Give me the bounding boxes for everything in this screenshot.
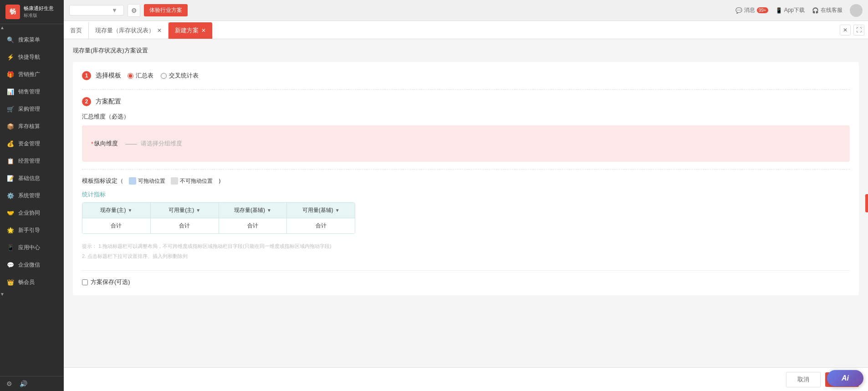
- tab-new-scheme-close[interactable]: ✕: [201, 27, 206, 34]
- sound-icon[interactable]: 🔊: [20, 380, 27, 387]
- sidebar-scroll-up[interactable]: ▲: [0, 24, 64, 31]
- online-service-label: 在线客服: [821, 6, 842, 14]
- sidebar-item-marketing[interactable]: 🎁 营销推广: [0, 66, 64, 83]
- save-checkbox[interactable]: [82, 279, 88, 285]
- sidebar-item-app-center[interactable]: 📱 应用中心: [0, 239, 64, 256]
- tabbar: 首页 现存量（库存状况表） ✕ 新建方案 ✕ ✕ ⛶: [64, 21, 868, 39]
- tab-inventory-status-close[interactable]: ✕: [157, 27, 162, 34]
- sidebar-item-basic-info[interactable]: 📝 基础信息: [0, 170, 64, 187]
- ai-float-button[interactable]: Ai: [827, 370, 863, 386]
- dimension-label: 汇总维度（必选）: [82, 113, 850, 121]
- sidebar-label-purchase: 采购管理: [18, 105, 40, 113]
- sidebar-item-quick-nav[interactable]: ⚡ 快捷导航: [0, 48, 64, 66]
- operations-icon: 📋: [6, 157, 15, 165]
- messages-item[interactable]: 💬 消息 99+: [735, 6, 768, 14]
- sidebar-item-search-menu[interactable]: 🔍 搜索菜单: [0, 31, 64, 48]
- app-download-icon: 📱: [776, 7, 782, 14]
- radio-cross-input[interactable]: [161, 73, 167, 79]
- step-divider: [82, 89, 850, 90]
- radio-cross[interactable]: 交叉统计表: [161, 72, 199, 80]
- step2-header: 2 方案配置: [82, 97, 850, 106]
- col-chevron-1: ▼: [196, 208, 200, 213]
- sidebar-item-sales[interactable]: 📊 销售管理: [0, 83, 64, 100]
- stats-table: 现存量(主) ▼ 可用量(主) ▼ 现存量(基辅) ▼: [82, 202, 355, 234]
- sidebar-label-app-center: 应用中心: [18, 244, 40, 252]
- sidebar-item-member[interactable]: 👑 畅会员: [0, 273, 64, 291]
- col-chevron-2: ▼: [267, 208, 271, 213]
- trial-button[interactable]: 体验行业方案: [144, 4, 188, 16]
- sidebar-item-finance[interactable]: 💰 资金管理: [0, 135, 64, 152]
- search-menu-icon: 🔍: [6, 36, 15, 44]
- stats-col-3[interactable]: 可用量(基辅) ▼: [287, 203, 355, 218]
- stats-table-body: 合计 合计 合计 合计: [82, 218, 355, 233]
- messages-label: 消息: [744, 6, 755, 14]
- indicator-suffix: ）: [218, 177, 224, 185]
- sidebar-label-wechat: 企业微信: [18, 261, 40, 269]
- tab-expand-btn[interactable]: ⛶: [853, 25, 864, 36]
- template-radio-group: 汇总表 交叉统计表: [128, 72, 199, 80]
- app-download-label: App下载: [784, 6, 805, 14]
- search-input[interactable]: [73, 7, 110, 14]
- radio-summary-input[interactable]: [128, 73, 133, 79]
- radio-summary-label: 汇总表: [136, 72, 153, 80]
- tab-new-scheme[interactable]: 新建方案 ✕: [168, 22, 213, 39]
- dimension-placeholder: 请选择分组维度: [141, 139, 182, 148]
- step2-section: 2 方案配置 汇总维度（必选） * 纵向维度 —— 请选择分组维度: [82, 97, 850, 261]
- settings-gear-icon[interactable]: ⚙: [128, 4, 140, 17]
- purchase-icon: 🛒: [6, 105, 15, 113]
- tab-close-btn[interactable]: ✕: [840, 25, 851, 36]
- tab-home[interactable]: 首页: [64, 22, 89, 39]
- step1-title: 选择模板: [96, 72, 121, 80]
- search-dropdown-icon[interactable]: ▼: [112, 7, 117, 14]
- step1-header: 1 选择模板 汇总表 交叉统计表: [82, 71, 850, 80]
- app-download-item[interactable]: 📱 App下载: [776, 6, 805, 14]
- messages-icon: 💬: [735, 7, 742, 14]
- sidebar: 畅 畅康通好生意 标准版 ▲ 🔍 搜索菜单 ⚡ 快捷导航 🎁 营销推广 📊 销售…: [0, 0, 64, 391]
- sidebar-label-sales: 销售管理: [18, 88, 40, 96]
- dimension-box[interactable]: * 纵向维度 —— 请选择分组维度: [82, 125, 850, 162]
- user-avatar[interactable]: [850, 4, 863, 17]
- stats-cell-0-0: 合计: [82, 218, 151, 233]
- template-indicator-row: 模板指标设定（ 可拖动位置 不可拖动位置 ）: [82, 177, 850, 185]
- sidebar-bottom: ⚙ 🔊: [0, 376, 64, 391]
- topbar-right: 💬 消息 99+ 📱 App下载 🎧 在线客服: [735, 4, 863, 17]
- sidebar-label-basic-info: 基础信息: [18, 175, 40, 182]
- sidebar-item-system[interactable]: ⚙️ 系统管理: [0, 187, 64, 204]
- online-service-item[interactable]: 🎧 在线客服: [812, 6, 842, 14]
- sidebar-item-operations[interactable]: 📋 经营管理: [0, 152, 64, 170]
- sidebar-label-search-menu: 搜索菜单: [18, 36, 40, 44]
- dimension-divider: [82, 169, 850, 170]
- settings-icon[interactable]: ⚙: [6, 380, 12, 387]
- newbie-icon: 🌟: [6, 226, 15, 234]
- tab-inventory-status[interactable]: 现存量（库存状况表） ✕: [89, 22, 168, 39]
- member-icon: 👑: [6, 278, 15, 286]
- cancel-button[interactable]: 取消: [786, 372, 821, 387]
- stats-col-0[interactable]: 现存量(主) ▼: [82, 203, 151, 218]
- sidebar-item-purchase[interactable]: 🛒 采购管理: [0, 100, 64, 118]
- sidebar-item-wechat[interactable]: 💬 企业微信: [0, 256, 64, 273]
- tab-inventory-status-label: 现存量（库存状况表）: [95, 26, 154, 35]
- content-area: 现存量(库存状况表)方案设置 1 选择模板 汇总表 交叉统计表: [64, 39, 868, 367]
- sidebar-item-newbie[interactable]: 🌟 新手引导: [0, 221, 64, 239]
- stats-col-2[interactable]: 现存量(基辅) ▼: [219, 203, 287, 218]
- scheme-container: 1 选择模板 汇总表 交叉统计表: [73, 62, 859, 295]
- save-label[interactable]: 方案保存(可选): [91, 278, 130, 286]
- draggable-label: 可拖动位置: [138, 177, 165, 185]
- sidebar-item-enterprise[interactable]: 🤝 企业协同: [0, 204, 64, 221]
- sidebar-item-inventory[interactable]: 📦 库存核算: [0, 118, 64, 135]
- system-icon: ⚙️: [6, 191, 15, 200]
- sidebar-label-system: 系统管理: [18, 192, 40, 200]
- non-draggable-indicator: 不可拖动位置: [171, 177, 213, 185]
- radio-cross-label: 交叉统计表: [169, 72, 199, 80]
- app-version: 标准版: [24, 12, 54, 19]
- finance-icon: 💰: [6, 139, 15, 148]
- radio-summary[interactable]: 汇总表: [128, 72, 153, 80]
- stats-col-1[interactable]: 可用量(主) ▼: [151, 203, 219, 218]
- main-area: ▼ ⚙ 体验行业方案 💬 消息 99+ 📱 App下载 🎧 在线客服 首页 现存…: [64, 0, 868, 391]
- sidebar-scroll-down[interactable]: ▼: [0, 291, 64, 298]
- topbar-search-box[interactable]: ▼: [69, 5, 124, 15]
- tips-text-1: 提示： 1.拖动标题栏可以调整布局，不可跨维度或指标区域拖动栏目字段(只能在同一…: [82, 241, 850, 251]
- inventory-icon: 📦: [6, 122, 15, 130]
- wechat-icon: 💬: [6, 261, 15, 269]
- right-panel-indicator[interactable]: [865, 194, 868, 212]
